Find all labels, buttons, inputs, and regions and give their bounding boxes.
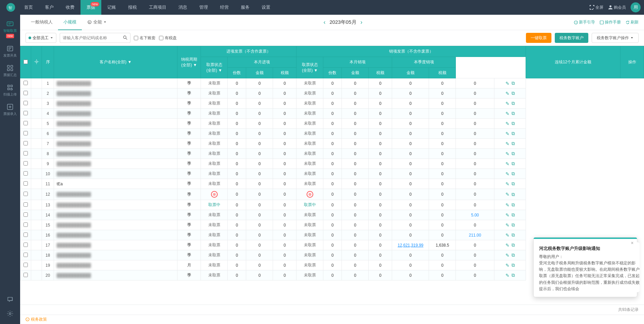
edit-icon[interactable]: ✎ xyxy=(505,212,509,218)
row-checkbox[interactable] xyxy=(23,161,28,166)
row-checkbox[interactable] xyxy=(23,273,28,277)
col-period-header[interactable]: 纳税周期(全部) ▼ xyxy=(177,46,201,78)
copy-icon[interactable]: ⧉ xyxy=(512,101,515,106)
tax-policy-link[interactable]: ! 税务政策 xyxy=(25,317,47,322)
nav-tax[interactable]: 报税 xyxy=(122,0,143,15)
edit-icon[interactable]: ✎ xyxy=(505,243,509,248)
tab-all-in-one[interactable]: 全 全能 xyxy=(82,15,112,30)
invoice-table-container[interactable]: 序 客户名称(全部) ▼ 纳税周期(全部) ▼ 进项发票（不含作废票） 销项发票… xyxy=(20,46,644,305)
copy-icon[interactable]: ⧉ xyxy=(512,151,515,156)
edit-icon[interactable]: ✎ xyxy=(505,111,509,116)
edit-icon[interactable]: ✎ xyxy=(505,253,509,258)
copy-icon[interactable]: ⧉ xyxy=(512,262,515,268)
edit-icon[interactable]: ✎ xyxy=(505,273,509,278)
tab-general-taxpayer[interactable]: 一般纳税人 xyxy=(25,15,58,30)
copy-icon[interactable]: ⧉ xyxy=(512,232,515,238)
nav-home[interactable]: 首页 xyxy=(18,0,39,15)
edit-icon[interactable]: ✎ xyxy=(505,101,509,106)
sales-status-header[interactable]: 取票状态(全部) ▼ xyxy=(297,57,323,78)
notification-close-btn[interactable]: × xyxy=(631,240,634,246)
new-user-guide-btn[interactable]: ? 新手引导 xyxy=(574,19,595,25)
row-checkbox[interactable] xyxy=(23,253,28,257)
sidebar-item-scan[interactable]: 扫描上传 xyxy=(1,81,19,99)
edit-icon[interactable]: ✎ xyxy=(505,202,509,208)
row-checkbox[interactable] xyxy=(23,141,28,145)
one-click-fetch-button[interactable]: 一键取票 xyxy=(526,33,551,43)
edit-icon[interactable]: ✎ xyxy=(505,171,509,177)
tax-digital-account-ops-button[interactable]: 税务数字账户操作 xyxy=(592,33,639,43)
nav-service[interactable]: 服务 xyxy=(235,0,256,15)
copy-icon[interactable]: ⧉ xyxy=(512,242,515,248)
sidebar-item-open-invoice[interactable]: 发票开具 xyxy=(1,42,19,60)
edit-icon[interactable]: ✎ xyxy=(505,263,509,268)
nav-management[interactable]: 管理 xyxy=(193,0,214,15)
search-input[interactable] xyxy=(60,33,120,43)
edit-icon[interactable]: ✎ xyxy=(505,181,509,187)
edit-icon[interactable]: ✎ xyxy=(505,91,509,96)
row-checkbox[interactable] xyxy=(23,91,28,95)
row-checkbox[interactable] xyxy=(23,212,28,217)
row-checkbox[interactable] xyxy=(23,171,28,176)
search-button[interactable] xyxy=(120,33,130,43)
edit-icon[interactable]: ✎ xyxy=(505,192,509,197)
copy-icon[interactable]: ⧉ xyxy=(512,80,515,86)
edit-icon[interactable]: ✎ xyxy=(505,151,509,156)
hastaxpad-checkbox[interactable]: 有税盘 xyxy=(159,35,177,41)
row-checkbox[interactable] xyxy=(23,181,28,186)
tax-digital-account-button[interactable]: 税务数字账户 xyxy=(555,33,588,43)
select-all-checkbox[interactable] xyxy=(23,60,28,64)
copy-icon[interactable]: ⧉ xyxy=(512,181,515,187)
edit-icon[interactable]: ✎ xyxy=(505,222,509,228)
sidebar-item-smart-ticket[interactable]: 智能取票 new xyxy=(1,17,19,41)
next-month-btn[interactable]: › xyxy=(361,19,363,26)
row-checkbox[interactable] xyxy=(23,121,28,125)
row-checkbox[interactable] xyxy=(23,233,28,237)
copy-icon[interactable]: ⧉ xyxy=(512,90,515,96)
copy-icon[interactable]: ⧉ xyxy=(512,192,515,197)
copy-icon[interactable]: ⧉ xyxy=(512,131,515,136)
copy-icon[interactable]: ⧉ xyxy=(512,222,515,228)
copy-icon[interactable]: ⧉ xyxy=(512,272,515,278)
season-amount-link[interactable]: 12,621,319.99 xyxy=(398,243,424,248)
incoming-status-header[interactable]: 取票状态(全部) ▼ xyxy=(201,57,228,78)
edit-icon[interactable]: ✎ xyxy=(505,81,509,86)
nav-accounting[interactable]: 记账 xyxy=(101,0,122,15)
copy-icon[interactable]: ⧉ xyxy=(512,252,515,258)
nav-messages[interactable]: 消息 xyxy=(172,0,193,15)
sidebar-item-message[interactable] xyxy=(1,293,19,306)
row-checkbox[interactable] xyxy=(23,131,28,135)
tab-small-scale[interactable]: 小规模 xyxy=(58,15,82,30)
row-checkbox[interactable] xyxy=(23,192,28,196)
row-checkbox[interactable] xyxy=(23,202,28,207)
copy-icon[interactable]: ⧉ xyxy=(512,141,515,146)
copy-icon[interactable]: ⧉ xyxy=(512,212,515,218)
sidebar-item-entry[interactable]: 票据录入 xyxy=(1,101,19,119)
edit-icon[interactable]: ✎ xyxy=(505,233,509,238)
sidebar-item-summary[interactable]: 票据汇总 xyxy=(1,62,19,80)
copy-icon[interactable]: ⧉ xyxy=(512,161,515,167)
row-checkbox[interactable] xyxy=(23,111,28,115)
nav-operations[interactable]: 经营 xyxy=(214,0,235,15)
user-avatar[interactable]: 用 xyxy=(631,2,641,12)
edit-icon[interactable]: ✎ xyxy=(505,121,509,126)
edit-icon[interactable]: ✎ xyxy=(505,141,509,146)
nav-clients[interactable]: 客户 xyxy=(39,0,60,15)
copy-icon[interactable]: ⧉ xyxy=(512,121,515,126)
copy-icon[interactable]: ⧉ xyxy=(512,202,515,208)
nav-settings[interactable]: 设置 xyxy=(256,0,276,15)
row-checkbox[interactable] xyxy=(23,243,28,247)
row-checkbox[interactable] xyxy=(23,222,28,227)
edit-icon[interactable]: ✎ xyxy=(505,161,509,167)
row-checkbox[interactable] xyxy=(23,101,28,105)
nav-fees[interactable]: 收费 xyxy=(60,0,80,15)
underaccount-checkbox[interactable]: 名下账套 xyxy=(134,35,156,41)
fullscreen-btn[interactable]: 全屏 xyxy=(590,5,603,10)
member-btn[interactable]: 购会员 xyxy=(608,5,626,10)
operation-manual-btn[interactable]: 操作手册 xyxy=(600,19,621,25)
sidebar-item-settings[interactable] xyxy=(1,307,19,320)
employee-select[interactable]: 全部员工 xyxy=(25,33,56,43)
nav-commerce[interactable]: 工商项目 xyxy=(143,0,172,15)
nav-invoices[interactable]: 票据 new xyxy=(80,0,101,15)
row-checkbox[interactable] xyxy=(23,81,28,85)
col-client-header[interactable]: 客户名称(全部) ▼ xyxy=(54,46,177,78)
